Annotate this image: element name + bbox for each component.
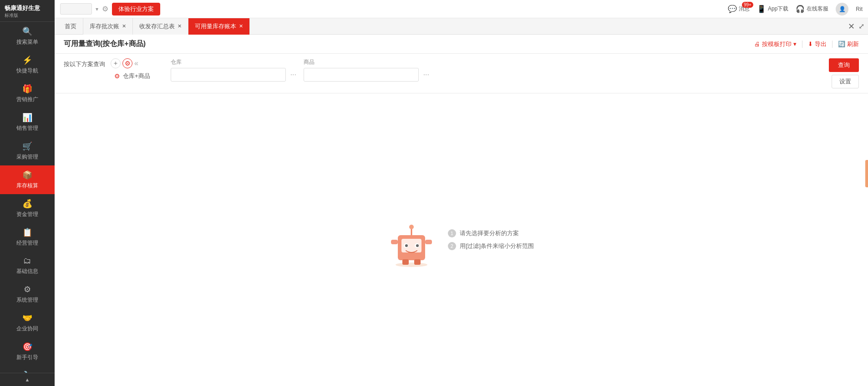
industry-button[interactable]: 体验行业方案 bbox=[112, 3, 160, 15]
settings-gear-icon[interactable]: ⚙ bbox=[102, 5, 108, 13]
tab-receive-summary-close-icon[interactable]: ✕ bbox=[178, 23, 182, 29]
page-header: 可用量查询(按仓库+商品) 🖨 按模板打印 ▾ ⬇ 导出 🔄 刷新 bbox=[55, 35, 868, 54]
search-icon: 🔍 bbox=[22, 26, 32, 36]
sidebar-item-label: 系统管理 bbox=[16, 296, 38, 304]
goods-more-icon[interactable]: ··· bbox=[421, 69, 431, 81]
sidebar-item-label: 经营管理 bbox=[16, 239, 38, 247]
app-download-item[interactable]: 📱 App下载 bbox=[757, 5, 788, 13]
online-service-item[interactable]: 🎧 在线客服 bbox=[796, 5, 828, 13]
new-guide-icon: 🎯 bbox=[22, 342, 32, 352]
tabbar-close-icon[interactable]: ✕ bbox=[848, 22, 855, 31]
tab-batch-account-close-icon[interactable]: ✕ bbox=[122, 23, 126, 29]
collapse-icon[interactable]: « bbox=[134, 59, 138, 67]
sidebar-item-label: 企业协同 bbox=[16, 325, 38, 333]
sidebar-item-new-guide[interactable]: 🎯 新手引导 bbox=[0, 337, 55, 366]
online-service-label: 在线客服 bbox=[807, 5, 828, 13]
message-item[interactable]: 💬 消息 99+ bbox=[728, 5, 750, 13]
message-icon: 💬 bbox=[728, 5, 737, 13]
tab-available-stock-label: 可用量库存账本 bbox=[195, 22, 236, 31]
message-badge: 99+ bbox=[742, 2, 753, 8]
add-scheme-button[interactable]: ＋ bbox=[111, 58, 121, 68]
tab-home-label: 首页 bbox=[65, 22, 76, 31]
tabbar-expand-icon[interactable]: ⤢ bbox=[858, 22, 864, 31]
filter-area: 按以下方案查询 ＋ ⚙ « ⚙ 仓库+商品 仓库 ··· 商品 bbox=[55, 54, 868, 93]
sidebar-item-sales[interactable]: 📊 销售管理 bbox=[0, 108, 55, 137]
purchase-icon: 🛒 bbox=[22, 141, 32, 151]
page-title: 可用量查询(按仓库+商品) bbox=[64, 39, 146, 49]
tabbar: 首页 库存批次账 ✕ 收发存汇总表 ✕ 可用量库存账本 ✕ ✕ ⤢ bbox=[55, 18, 868, 35]
username: Rit bbox=[856, 6, 863, 12]
sidebar-item-label: 资金管理 bbox=[16, 211, 38, 218]
sidebar-item-label: 搜索菜单 bbox=[16, 38, 38, 46]
operations-icon: 📋 bbox=[22, 227, 32, 237]
sidebar-item-label: 新手引导 bbox=[16, 354, 38, 361]
hint-number-2: 2 bbox=[448, 242, 456, 250]
scheme-item-icon: ⚙ bbox=[114, 72, 120, 80]
sidebar-item-search[interactable]: 🔍 搜索菜单 bbox=[0, 22, 55, 51]
export-action[interactable]: ⬇ 导出 bbox=[808, 40, 827, 48]
empty-hint-1: 1 请先选择要分析的方案 bbox=[448, 229, 534, 237]
avatar-placeholder: 👤 bbox=[839, 6, 846, 12]
sidebar-item-operations[interactable]: 📋 经营管理 bbox=[0, 223, 55, 252]
warehouse-more-icon[interactable]: ··· bbox=[289, 69, 298, 81]
topbar-right: 💬 消息 99+ 📱 App下载 🎧 在线客服 👤 Rit bbox=[728, 3, 863, 15]
breadcrumb-chevron-icon[interactable]: ▾ bbox=[96, 6, 98, 12]
svg-rect-11 bbox=[402, 259, 409, 265]
settings-button[interactable]: 设置 bbox=[832, 75, 859, 88]
tab-available-stock[interactable]: 可用量库存账本 ✕ bbox=[188, 18, 250, 35]
filter-inputs: 仓库 ··· 商品 ··· bbox=[171, 58, 823, 82]
sidebar-item-label: 销售管理 bbox=[16, 124, 38, 132]
divider2 bbox=[832, 41, 832, 48]
tab-receive-summary[interactable]: 收发存汇总表 ✕ bbox=[133, 18, 188, 35]
app-download-icon: 📱 bbox=[757, 5, 766, 13]
edit-scheme-button[interactable]: ⚙ bbox=[122, 58, 132, 68]
sidebar-item-system[interactable]: ⚙ 系统管理 bbox=[0, 280, 55, 309]
avatar[interactable]: 👤 bbox=[836, 3, 848, 15]
sidebar-item-basic-info[interactable]: 🗂 基础信息 bbox=[0, 252, 55, 280]
breadcrumb bbox=[60, 3, 92, 15]
goods-input[interactable] bbox=[304, 68, 419, 82]
print-action[interactable]: 🖨 按模板打印 ▾ bbox=[754, 40, 797, 48]
svg-rect-12 bbox=[414, 259, 421, 265]
sidebar-item-app-center[interactable]: 🔧 应用中心 bbox=[0, 366, 55, 373]
filter-schemes: ＋ ⚙ « ⚙ 仓库+商品 bbox=[111, 58, 165, 82]
tab-batch-account[interactable]: 库存批次账 ✕ bbox=[83, 18, 133, 35]
sidebar-item-label: 快捷导航 bbox=[16, 67, 38, 75]
svg-point-8 bbox=[409, 225, 414, 229]
export-label: 导出 bbox=[815, 40, 827, 48]
sidebar-bottom[interactable]: ▲ bbox=[0, 373, 55, 386]
svg-rect-10 bbox=[425, 240, 432, 244]
goods-input-row: ··· bbox=[304, 68, 431, 82]
sidebar: 畅康通好生意 标准版 🔍 搜索菜单 ⚡ 快捷导航 🎁 营销推广 📊 销售管理 🛒… bbox=[0, 0, 55, 386]
app-version: 标准版 bbox=[5, 12, 50, 19]
warehouse-input[interactable] bbox=[171, 68, 286, 82]
query-actions: 查询 设置 bbox=[829, 58, 859, 88]
headset-icon: 🎧 bbox=[796, 5, 805, 13]
sidebar-item-inventory[interactable]: 📦 库存核算 bbox=[0, 165, 55, 194]
sidebar-item-finance[interactable]: 💰 资金管理 bbox=[0, 194, 55, 223]
scheme-item-warehouse-goods[interactable]: ⚙ 仓库+商品 bbox=[111, 70, 165, 82]
tab-batch-account-label: 库存批次账 bbox=[90, 22, 119, 31]
tab-receive-summary-label: 收发存汇总表 bbox=[139, 22, 175, 31]
sidebar-item-purchase[interactable]: 🛒 采购管理 bbox=[0, 137, 55, 165]
tab-available-stock-close-icon[interactable]: ✕ bbox=[239, 23, 243, 29]
sidebar-scroll: 🔍 搜索菜单 ⚡ 快捷导航 🎁 营销推广 📊 销售管理 🛒 采购管理 📦 库存核… bbox=[0, 22, 55, 373]
sales-icon: 📊 bbox=[22, 113, 32, 123]
svg-point-6 bbox=[416, 244, 419, 247]
scroll-up-icon: ▲ bbox=[25, 377, 30, 382]
tab-home[interactable]: 首页 bbox=[58, 18, 83, 35]
print-label: 按模板打印 bbox=[762, 40, 792, 48]
query-button[interactable]: 查询 bbox=[829, 58, 859, 72]
refresh-action[interactable]: 🔄 刷新 bbox=[838, 40, 859, 48]
empty-state: 1 请先选择要分析的方案 2 用[过滤]条件来缩小分析范围 bbox=[55, 93, 868, 386]
hint-text-1: 请先选择要分析的方案 bbox=[460, 229, 519, 237]
sidebar-item-quick-nav[interactable]: ⚡ 快捷导航 bbox=[0, 51, 55, 79]
tabbar-actions: ✕ ⤢ bbox=[848, 22, 864, 31]
svg-point-5 bbox=[405, 244, 408, 247]
enterprise-icon: 🤝 bbox=[22, 313, 32, 323]
divider bbox=[802, 41, 802, 48]
sidebar-item-marketing[interactable]: 🎁 营销推广 bbox=[0, 79, 55, 108]
print-icon: 🖨 bbox=[754, 41, 760, 47]
sidebar-item-enterprise[interactable]: 🤝 企业协同 bbox=[0, 309, 55, 337]
export-icon: ⬇ bbox=[808, 41, 813, 47]
